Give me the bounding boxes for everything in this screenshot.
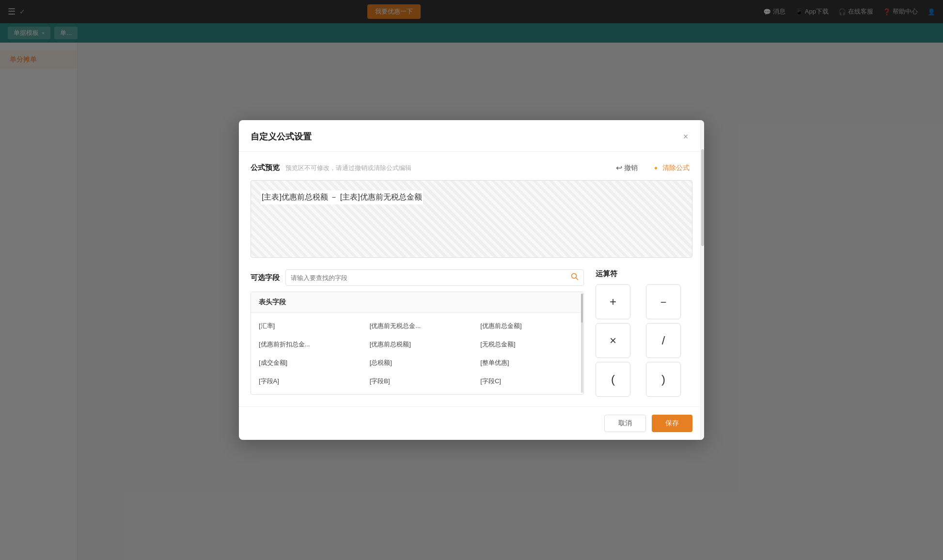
fields-table: 表头字段 [汇率][优惠前无税总金...[优惠前总金额][优惠前折扣总金...[… [251,292,584,395]
save-button[interactable]: 保存 [652,415,692,432]
undo-label: 撤销 [624,164,638,172]
fields-title: 可选字段 [251,273,280,282]
formula-preview-box: [主表]优惠前总税额 － [主表]优惠前无税总金额 [251,180,692,258]
search-icon [571,273,579,282]
formula-preview-title: 公式预览 [251,163,280,172]
operators-title: 运算符 [596,269,692,279]
two-column-area: 可选字段 表头字段 [251,269,692,397]
fields-column: 可选字段 表头字段 [251,269,584,397]
scrollbar-thumb [581,294,583,323]
modal-close-button[interactable]: × [679,130,692,143]
fields-header: 可选字段 [251,269,584,286]
search-field-box[interactable] [285,269,584,286]
modal-footer: 取消 保存 [239,406,704,440]
operator-multiply-button[interactable]: × [596,323,630,358]
formula-display-text: [主表]优惠前总税额 － [主表]优惠前无税总金额 [261,190,423,204]
scrollbar[interactable] [581,294,583,393]
field-item[interactable]: [字段A] [251,372,362,390]
clear-icon: 🔸 [651,164,660,172]
field-item[interactable]: [优惠前无税总金... [362,317,473,335]
operator-minus-button[interactable]: － [646,284,681,319]
formula-preview-hint: 预览区不可修改，请通过撤销或清除公式编辑 [285,164,411,172]
clear-formula-button[interactable]: 🔸 清除公式 [648,162,692,174]
field-item[interactable]: [无税总金额] [472,335,583,354]
field-item[interactable]: [汇率] [251,317,362,335]
field-item[interactable]: [成交金额] [251,354,362,372]
search-field-input[interactable] [291,274,568,281]
formula-actions: ↩ 撤销 🔸 清除公式 [613,161,692,174]
operator-divide-button[interactable]: / [646,323,681,358]
operator-right-paren-button[interactable]: ) [646,362,681,397]
fields-scroll-wrapper: 表头字段 [汇率][优惠前无税总金...[优惠前总金额][优惠前折扣总金...[… [251,292,584,395]
modal-scrollbar-thumb [701,149,704,246]
formula-settings-modal: 自定义公式设置 × 公式预览 预览区不可修改，请通过撤销或清除公式编辑 ↩ 撤销… [239,120,704,440]
svg-line-1 [576,278,578,280]
fields-table-header: 表头字段 [251,292,583,313]
modal-title: 自定义公式设置 [251,131,312,142]
operators-grid: +－×/() [596,284,692,397]
field-item[interactable]: [总税额] [362,354,473,372]
modal-right-scrollbar[interactable] [700,120,704,440]
formula-preview-header: 公式预览 预览区不可修改，请通过撤销或清除公式编辑 ↩ 撤销 🔸 清除公式 [251,161,692,174]
cancel-button[interactable]: 取消 [604,415,646,432]
field-item[interactable]: [字段B] [362,372,473,390]
operator-plus-button[interactable]: + [596,284,630,319]
field-item[interactable]: [字段C] [472,372,583,390]
field-item[interactable]: [优惠前总税额] [362,335,473,354]
field-item[interactable]: [优惠前总金额] [472,317,583,335]
operators-column: 运算符 +－×/() [596,269,692,397]
clear-label: 清除公式 [662,164,690,172]
modal-header: 自定义公式设置 × [239,120,704,152]
field-item[interactable]: [整单优惠] [472,354,583,372]
fields-table-body: [汇率][优惠前无税总金...[优惠前总金额][优惠前折扣总金...[优惠前总税… [251,313,583,394]
modal-body: 公式预览 预览区不可修改，请通过撤销或清除公式编辑 ↩ 撤销 🔸 清除公式 [主… [239,152,704,406]
operator-left-paren-button[interactable]: ( [596,362,630,397]
undo-button[interactable]: ↩ 撤销 [613,161,641,174]
field-item[interactable]: [优惠前折扣总金... [251,335,362,354]
undo-icon: ↩ [616,163,622,172]
